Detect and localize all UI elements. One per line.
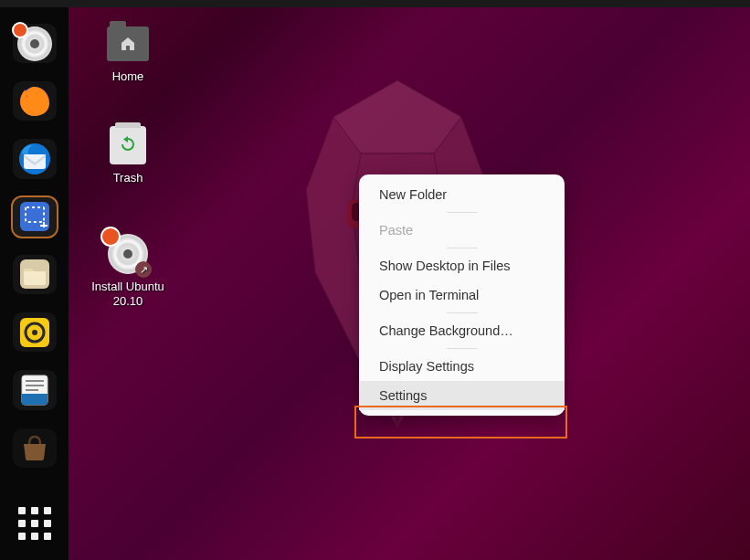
screenshot-icon [16,198,53,235]
installer-icon: ↗ [106,232,150,276]
menu-item-new-folder[interactable]: New Folder [359,180,565,209]
dock-item-ubuntu-installer[interactable] [13,24,57,63]
desktop[interactable]: Home Trash ↗ Install Ubuntu 20.10 New Fo… [69,7,750,560]
software-icon [16,429,53,466]
menu-item-show-desktop-in-files[interactable]: Show Desktop in Files [359,251,565,280]
svg-marker-16 [333,80,461,153]
desktop-icon-label: Home [87,69,169,83]
menu-separator [447,348,478,349]
svg-point-9 [32,330,37,335]
menu-item-paste: Paste [359,216,565,245]
dock-item-rhythmbox[interactable] [13,312,57,352]
svg-rect-2 [20,202,49,231]
menu-separator [447,248,478,248]
desktop-icon-trash[interactable]: Trash [87,125,169,185]
desktop-icon-label: Install Ubuntu 20.10 [87,280,169,310]
dock [0,7,69,560]
firefox-icon [16,83,53,120]
dock-item-firefox[interactable] [13,81,57,121]
files-icon [16,256,53,292]
menu-item-settings[interactable]: Settings [359,381,565,410]
dock-item-thunderbird[interactable] [13,139,57,178]
dock-item-files[interactable] [13,255,57,294]
desktop-icon-label: Trash [87,171,169,185]
desktop-icon-install-ubuntu[interactable]: ↗ Install Ubuntu 20.10 [87,234,169,310]
rhythmbox-icon [16,314,53,351]
thunderbird-icon [16,141,53,177]
folder-icon [107,26,149,61]
desktop-context-menu: New Folder Paste Show Desktop in Files O… [359,174,565,416]
menu-separator [447,312,478,313]
desktop-icon-home[interactable]: Home [87,24,169,83]
writer-icon [16,372,53,408]
dock-item-software[interactable] [13,428,57,468]
trash-icon [110,126,146,164]
dock-item-screenshot[interactable] [13,197,57,237]
dock-item-writer[interactable] [13,370,57,409]
menu-separator [447,212,478,213]
menu-item-display-settings[interactable]: Display Settings [359,352,565,381]
menu-item-change-background[interactable]: Change Background… [359,316,565,345]
svg-rect-11 [22,394,48,405]
show-applications-button[interactable] [13,504,57,544]
top-bar [0,0,750,7]
menu-item-open-in-terminal[interactable]: Open in Terminal [359,280,565,310]
